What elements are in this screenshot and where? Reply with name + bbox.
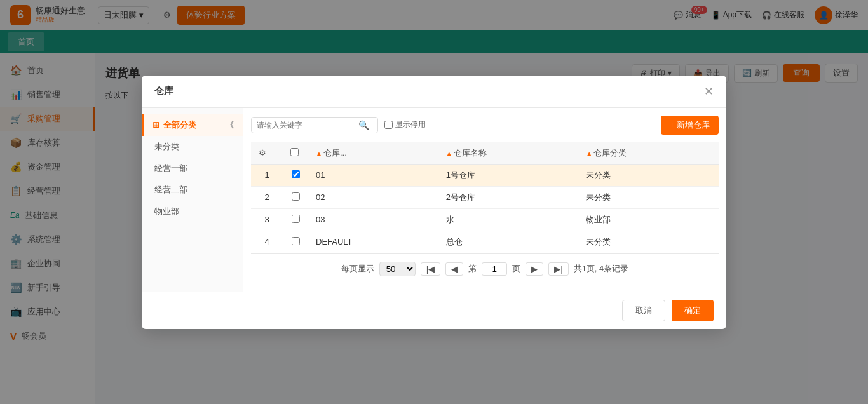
per-page-label: 每页显示 <box>341 263 374 274</box>
row-check <box>283 186 308 208</box>
total-records: 共1页, 4条记录 <box>574 263 629 274</box>
modal-toolbar: 🔍 显示停用 + 新增仓库 <box>251 116 719 135</box>
category-item-ops2[interactable]: 经营二部 <box>142 179 243 201</box>
th-code: ▲仓库... <box>308 142 438 165</box>
row-category-3: 物业部 <box>578 208 719 231</box>
table-body: 1 01 1号仓库 未分类 2 02 2号仓库 <box>251 164 719 253</box>
row-code-2: 02 <box>308 186 438 208</box>
th-check <box>283 142 308 165</box>
row-name-2: 2号仓库 <box>438 186 579 208</box>
row-name-4: 总仓 <box>438 231 579 253</box>
cancel-button[interactable]: 取消 <box>622 300 665 321</box>
collapse-icon[interactable]: 《 <box>226 119 234 131</box>
confirm-button[interactable]: 确定 <box>672 300 714 321</box>
table-row[interactable]: 1 01 1号仓库 未分类 <box>251 164 719 186</box>
row-checkbox-1[interactable] <box>292 170 300 178</box>
row-code-3: 03 <box>308 208 438 231</box>
row-gear: 1 <box>251 164 283 186</box>
row-gear: 2 <box>251 186 283 208</box>
first-page-button[interactable]: |◀ <box>421 262 440 276</box>
row-code-4: DEFAULT <box>308 231 438 253</box>
modal-main: 🔍 显示停用 + 新增仓库 ⚙ <box>243 108 726 292</box>
th-category: ▲仓库分类 <box>578 142 719 165</box>
disabled-checkbox-input[interactable] <box>384 121 393 129</box>
modal-overlay[interactable]: 仓库 ✕ ⊞ 全部分类 《 未分类 经营一部 经营二部 物业部 <box>0 0 868 404</box>
modal-close-button[interactable]: ✕ <box>704 84 714 98</box>
show-disabled-checkbox[interactable]: 显示停用 <box>384 119 426 130</box>
th-gear: ⚙ <box>251 142 283 165</box>
row-gear: 4 <box>251 231 283 253</box>
table-row[interactable]: 4 DEFAULT 总仓 未分类 <box>251 231 719 253</box>
search-box: 🔍 <box>251 117 378 133</box>
row-check <box>283 231 308 253</box>
modal-header: 仓库 ✕ <box>142 76 726 108</box>
table-wrapper: ⚙ ▲仓库... ▲仓库名称 ▲仓库分类 1 01 <box>251 142 719 253</box>
last-page-button[interactable]: ▶| <box>548 262 568 276</box>
warehouse-modal: 仓库 ✕ ⊞ 全部分类 《 未分类 经营一部 经营二部 物业部 <box>142 76 726 329</box>
warehouse-table: ⚙ ▲仓库... ▲仓库名称 ▲仓库分类 1 01 <box>251 142 719 253</box>
next-page-button[interactable]: ▶ <box>526 262 543 276</box>
search-icon: 🔍 <box>358 120 369 130</box>
category-sidebar: ⊞ 全部分类 《 未分类 经营一部 经营二部 物业部 <box>142 108 243 292</box>
table-row[interactable]: 2 02 2号仓库 未分类 <box>251 186 719 208</box>
row-code-1: 01 <box>308 164 438 186</box>
modal-body: ⊞ 全部分类 《 未分类 经营一部 经营二部 物业部 🔍 <box>142 108 726 292</box>
modal-footer: 取消 确定 <box>142 292 726 329</box>
row-name-3: 水 <box>438 208 579 231</box>
page-suffix: 页 <box>512 263 520 274</box>
category-all-label: 全部分类 <box>163 119 196 131</box>
category-item-ops1[interactable]: 经营一部 <box>142 158 243 179</box>
row-checkbox-3[interactable] <box>292 215 300 223</box>
row-check <box>283 164 308 186</box>
search-input[interactable] <box>257 121 358 130</box>
th-name: ▲仓库名称 <box>438 142 579 165</box>
row-name-1: 1号仓库 <box>438 164 579 186</box>
per-page-select[interactable]: 50 100 <box>379 262 416 276</box>
table-row[interactable]: 3 03 水 物业部 <box>251 208 719 231</box>
pagination: 每页显示 50 100 |◀ ◀ 第 页 ▶ ▶| 共1页, 4条记录 <box>251 253 719 284</box>
show-disabled-label: 显示停用 <box>395 119 426 130</box>
grid-icon: ⊞ <box>153 120 159 130</box>
row-checkbox-2[interactable] <box>292 192 300 201</box>
page-label: 第 <box>468 263 477 274</box>
table-header: ⚙ ▲仓库... ▲仓库名称 ▲仓库分类 <box>251 142 719 165</box>
page-number-input[interactable] <box>482 262 507 276</box>
row-category-4: 未分类 <box>578 231 719 253</box>
row-check <box>283 208 308 231</box>
category-all[interactable]: ⊞ 全部分类 《 <box>142 114 243 136</box>
modal-title: 仓库 <box>154 85 173 97</box>
select-all-checkbox[interactable] <box>290 148 299 156</box>
category-item-property[interactable]: 物业部 <box>142 201 243 222</box>
category-item-uncategorized[interactable]: 未分类 <box>142 136 243 158</box>
row-checkbox-4[interactable] <box>292 237 300 245</box>
row-gear: 3 <box>251 208 283 231</box>
row-category-2: 未分类 <box>578 186 719 208</box>
row-category-1: 未分类 <box>578 164 719 186</box>
prev-page-button[interactable]: ◀ <box>445 262 463 276</box>
add-warehouse-button[interactable]: + 新增仓库 <box>661 116 719 135</box>
